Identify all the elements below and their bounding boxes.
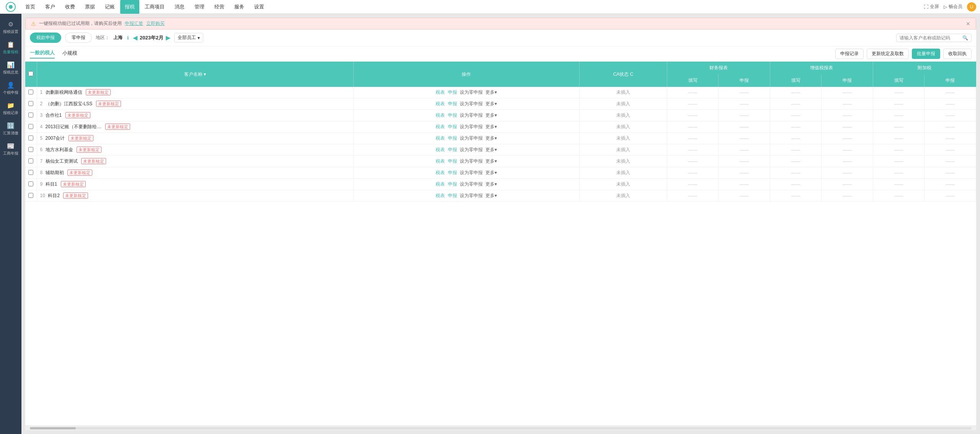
tax-form-btn[interactable]: 税表 (436, 101, 445, 106)
sidebar-item-batch-tax[interactable]: 📋 批量报税 (0, 37, 21, 57)
fullscreen-button[interactable]: ⛶ 全屏 (924, 3, 939, 10)
batch-declare-button[interactable]: 批量申报 (912, 49, 940, 59)
region-info-icon[interactable]: ℹ (127, 35, 129, 41)
more-btn[interactable]: 更多▾ (485, 147, 497, 152)
row-checkbox[interactable] (28, 170, 33, 175)
search-input[interactable] (900, 35, 961, 41)
row-tax-fill: —— (770, 179, 822, 190)
row-checkbox[interactable] (28, 135, 33, 140)
more-btn[interactable]: 更多▾ (485, 193, 497, 198)
nav-business[interactable]: 工商项目 (140, 0, 169, 14)
more-btn[interactable]: 更多▾ (485, 135, 497, 141)
tax-form-btn[interactable]: 税表 (436, 181, 445, 187)
nav-message[interactable]: 消息 (170, 0, 189, 14)
row-checkbox[interactable] (28, 101, 33, 106)
tax-form-btn[interactable]: 税表 (436, 193, 445, 198)
nav-manage[interactable]: 管理 (190, 0, 209, 14)
more-btn[interactable]: 更多▾ (485, 158, 497, 164)
declare-btn[interactable]: 申报 (448, 113, 457, 118)
declare-btn[interactable]: 申报 (448, 181, 457, 187)
set-zero-btn[interactable]: 设为零申报 (460, 181, 483, 187)
retrieve-button[interactable]: 收取回执 (943, 49, 972, 59)
set-zero-btn[interactable]: 设为零申报 (460, 124, 483, 129)
select-all-checkbox[interactable] (28, 71, 33, 76)
sidebar-item-tax-overview[interactable]: 📊 报税总览 (0, 57, 21, 78)
declare-btn[interactable]: 申报 (448, 135, 457, 141)
row-checkbox[interactable] (28, 158, 33, 163)
declare-btn[interactable]: 申报 (448, 193, 457, 198)
declare-record-button[interactable]: 申报记录 (835, 49, 864, 59)
row-financial-declare: —— (719, 98, 770, 110)
more-btn[interactable]: 更多▾ (485, 101, 497, 106)
banner-close-button[interactable]: ✕ (966, 21, 970, 27)
set-zero-btn[interactable]: 设为零申报 (460, 135, 483, 141)
more-btn[interactable]: 更多▾ (485, 113, 497, 118)
row-checkbox[interactable] (28, 181, 33, 186)
tab-general-taxpayer[interactable]: 一般的税人 (30, 49, 55, 59)
nav-billing[interactable]: 收费 (60, 0, 80, 14)
tab-small-scale[interactable]: 小规模 (62, 50, 77, 58)
row-checkbox[interactable] (28, 193, 33, 198)
nav-home[interactable]: 首页 (21, 0, 40, 14)
nav-tax[interactable]: 报税 (120, 0, 139, 14)
more-btn[interactable]: 更多▾ (485, 124, 497, 129)
date-prev-button[interactable]: ◀ (133, 34, 137, 41)
tax-form-btn[interactable]: 税表 (436, 90, 445, 95)
sort-icon[interactable]: ▾ (204, 72, 206, 77)
sidebar-item-tax-settings[interactable]: ⚙ 报税设置 (0, 17, 21, 37)
set-zero-btn[interactable]: 设为零申报 (460, 147, 483, 152)
sidebar-item-tax-records[interactable]: 📁 报税记录 (0, 98, 21, 118)
tax-form-btn[interactable]: 税表 (436, 135, 445, 141)
date-next-button[interactable]: ▶ (166, 34, 170, 41)
set-zero-btn[interactable]: 设为零申报 (460, 158, 483, 164)
set-zero-btn[interactable]: 设为零申报 (460, 90, 483, 95)
nav-invoice[interactable]: 票据 (80, 0, 100, 14)
user-avatar[interactable]: U (967, 2, 976, 11)
row-add-fill: —— (873, 190, 924, 202)
scroll-bar-thumb[interactable] (30, 427, 76, 429)
buy-link[interactable]: 立即购买 (146, 20, 165, 27)
set-zero-btn[interactable]: 设为零申报 (460, 101, 483, 106)
more-btn[interactable]: 更多▾ (485, 90, 497, 95)
region-value: 上海 (113, 34, 122, 41)
more-btn[interactable]: 更多▾ (485, 170, 497, 175)
tax-form-btn[interactable]: 税表 (436, 124, 445, 129)
tax-form-btn[interactable]: 税表 (436, 113, 445, 118)
nav-client[interactable]: 客户 (41, 0, 60, 14)
set-zero-btn[interactable]: 设为零申报 (460, 193, 483, 198)
tab-declare[interactable]: 税款申报 (30, 33, 61, 43)
declare-btn[interactable]: 申报 (448, 158, 457, 164)
sidebar-item-personal-tax[interactable]: 👤 个税申报 (0, 78, 21, 98)
tax-form-btn[interactable]: 税表 (436, 147, 445, 152)
declare-link[interactable]: 申报汇签 (125, 20, 143, 27)
main-table: 客户名称 ▾ 操作 CA状态 C 财务报表 增值税报表 附加税 填写 申报 (25, 62, 976, 202)
row-checkbox[interactable] (28, 124, 33, 129)
row-checkbox[interactable] (28, 147, 33, 152)
nav-operation[interactable]: 经营 (210, 0, 229, 14)
nav-service[interactable]: 服务 (230, 0, 249, 14)
row-checkbox[interactable] (28, 90, 33, 95)
member-button[interactable]: ▷ 畅会员 (944, 3, 962, 10)
tax-form-btn[interactable]: 税表 (436, 158, 445, 164)
nav-accounting[interactable]: 记账 (100, 0, 119, 14)
sidebar-item-settlement[interactable]: 🔢 汇算清缴 (0, 118, 21, 139)
declare-btn[interactable]: 申报 (448, 124, 457, 129)
declare-btn[interactable]: 申报 (448, 170, 457, 175)
tab-zero[interactable]: 零申报 (65, 33, 92, 43)
more-btn[interactable]: 更多▾ (485, 181, 497, 187)
declare-btn[interactable]: 申报 (448, 147, 457, 152)
nav-settings[interactable]: 设置 (250, 0, 269, 14)
row-operations: 税表 申报 设为零申报 更多▾ (353, 190, 580, 202)
search-icon[interactable]: 🔍 (962, 35, 968, 41)
row-financial-fill: —— (667, 133, 719, 144)
dept-select[interactable]: 全部员工 ▾ (174, 33, 203, 42)
declare-btn[interactable]: 申报 (448, 90, 457, 95)
row-checkbox[interactable] (28, 113, 33, 117)
declare-btn[interactable]: 申报 (448, 101, 457, 106)
tax-form-btn[interactable]: 税表 (436, 170, 445, 175)
set-zero-btn[interactable]: 设为零申报 (460, 170, 483, 175)
sidebar-item-annual-report[interactable]: 📰 工商年报 (0, 139, 21, 159)
th-client-name: 客户名称 ▾ (37, 62, 353, 87)
update-tax-button[interactable]: 更新统定及取数 (867, 49, 909, 59)
set-zero-btn[interactable]: 设为零申报 (460, 113, 483, 118)
